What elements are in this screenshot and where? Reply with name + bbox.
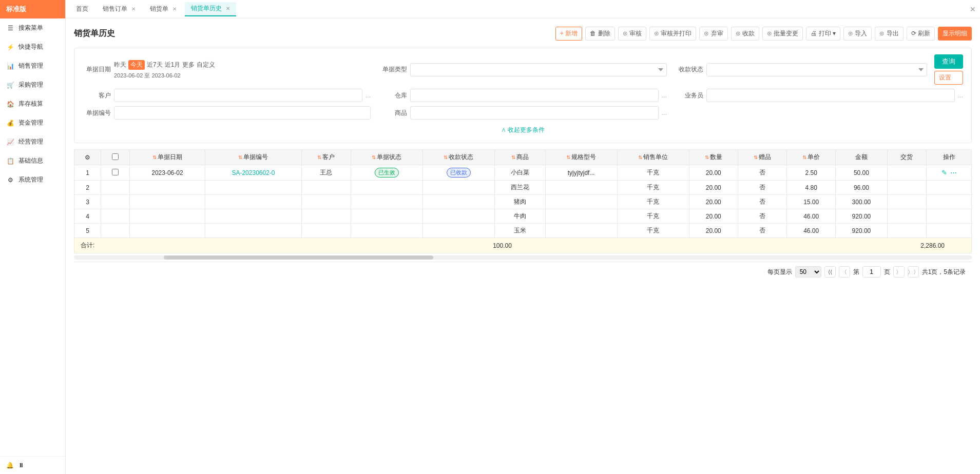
notification-icon[interactable]: 🔔 xyxy=(6,462,14,469)
show-detail-button[interactable]: 显示明细 xyxy=(938,27,972,41)
warehouse-picker[interactable]: ... xyxy=(662,92,667,99)
next-page-button[interactable]: 〉 xyxy=(893,266,905,278)
customer-picker[interactable]: ... xyxy=(366,92,371,99)
col-goods[interactable]: ⇅商品 xyxy=(494,150,545,165)
col-amount: 金额 xyxy=(836,150,887,165)
sidebar-item-label: 经营管理 xyxy=(18,137,43,146)
refresh-button[interactable]: ⟳ 刷新 xyxy=(907,27,935,41)
sidebar-item-purchase-mgmt[interactable]: 🛒 采购管理 xyxy=(0,75,65,94)
shortcut-custom[interactable]: 自定义 xyxy=(197,61,215,69)
sidebar-item-quick-nav[interactable]: ⚡ 快捷导航 xyxy=(0,37,65,56)
col-unit-price[interactable]: ⇅单价 xyxy=(787,150,836,165)
cell-pay-status xyxy=(422,195,494,209)
prev-page-button[interactable]: 〈 xyxy=(839,266,850,278)
doc-type-select[interactable] xyxy=(410,63,667,76)
batch-change-button[interactable]: ⊙ 批量变更 xyxy=(762,27,803,41)
tab-home[interactable]: 首页 xyxy=(70,2,94,16)
shortcut-today[interactable]: 今天 xyxy=(128,60,145,70)
cell-customer xyxy=(302,209,351,224)
horizontal-scrollbar[interactable] xyxy=(74,255,972,260)
doc-num-link[interactable]: SA-20230602-0 xyxy=(232,169,275,176)
col-spec[interactable]: ⇅规格型号 xyxy=(545,150,617,165)
warehouse-input[interactable] xyxy=(410,89,659,102)
cell-amount: 920.00 xyxy=(836,224,887,238)
more-icon[interactable]: ⋯ xyxy=(950,169,957,176)
goods-input[interactable] xyxy=(410,106,659,120)
audit-print-button[interactable]: ⊙ 审核并打印 xyxy=(649,27,696,41)
cell-amount: 96.00 xyxy=(836,181,887,195)
cell-qty: 20.00 xyxy=(689,195,738,209)
sidebar: 标准版 ☰ 搜索菜单 ⚡ 快捷导航 📊 销售管理 🛒 采购管理 🏠 库存核算 💰… xyxy=(0,0,66,474)
tab-sales-goods[interactable]: 销货单 ✕ xyxy=(144,2,183,16)
col-unit[interactable]: ⇅销售单位 xyxy=(617,150,689,165)
col-gift[interactable]: ⇅赠品 xyxy=(738,150,786,165)
col-settings[interactable]: ⚙ xyxy=(74,150,101,165)
sidebar-item-inventory[interactable]: 🏠 库存核算 xyxy=(0,94,65,113)
doc-num-input[interactable] xyxy=(114,106,371,120)
settings-button[interactable]: 设置 xyxy=(934,71,963,85)
sidebar-item-label: 采购管理 xyxy=(18,81,43,89)
sidebar-item-basic-info[interactable]: 📋 基础信息 xyxy=(0,151,65,170)
salesperson-input[interactable] xyxy=(706,89,955,102)
shortcut-1month[interactable]: 近1月 xyxy=(165,61,181,69)
col-doc-num[interactable]: ⇅单据编号 xyxy=(205,150,302,165)
tab-bar-close-all[interactable]: ✕ xyxy=(970,5,976,13)
cell-unit: 千克 xyxy=(617,195,689,209)
customer-input[interactable] xyxy=(114,89,362,102)
scrollbar-thumb[interactable] xyxy=(164,255,433,260)
sidebar-item-finance[interactable]: 💰 资金管理 xyxy=(0,113,65,132)
query-button[interactable]: 查询 xyxy=(934,54,963,69)
payment-status-select[interactable] xyxy=(706,63,927,76)
col-qty[interactable]: ⇅数量 xyxy=(689,150,738,165)
export-button[interactable]: ⊙ 导出 xyxy=(875,27,903,41)
abandon-button[interactable]: ⊙ 弃审 xyxy=(699,27,727,41)
import-button[interactable]: ⊙ 导入 xyxy=(843,27,872,41)
edit-icon[interactable]: ✎ xyxy=(941,169,947,176)
collect-button[interactable]: ⊙ 收款 xyxy=(731,27,759,41)
cell-amount: 300.00 xyxy=(836,195,887,209)
cell-doc-status: 已生效 xyxy=(351,165,422,181)
cell-gift: 否 xyxy=(738,209,786,224)
sidebar-item-label: 快捷导航 xyxy=(18,43,43,51)
print-button[interactable]: 🖨 打印 ▾ xyxy=(806,27,840,41)
current-page-input[interactable] xyxy=(862,266,881,278)
tab-sales-history[interactable]: 销货单历史 ✕ xyxy=(185,2,236,16)
shortcut-more[interactable]: 更多 xyxy=(182,61,195,69)
last-page-button[interactable]: 〉〉 xyxy=(908,266,919,278)
goods-picker[interactable]: ... xyxy=(662,109,667,116)
col-pay-status[interactable]: ⇅收款状态 xyxy=(422,150,494,165)
first-page-button[interactable]: ⟨⟨ xyxy=(824,266,836,278)
add-button[interactable]: + 新增 xyxy=(555,27,582,41)
sidebar-item-operations[interactable]: 📈 经营管理 xyxy=(0,132,65,151)
filter-customer: 客户 ... xyxy=(83,89,371,102)
salesperson-picker[interactable]: ... xyxy=(958,92,963,99)
shortcut-yesterday[interactable]: 昨天 xyxy=(114,61,126,69)
audit-button[interactable]: ⊙ 审核 xyxy=(618,27,646,41)
col-customer[interactable]: ⇅客户 xyxy=(302,150,351,165)
shortcut-7days[interactable]: 近7天 xyxy=(147,61,163,69)
collapse-row[interactable]: ∧ 收起更多条件 xyxy=(83,124,963,136)
tab-close-sales-order[interactable]: ✕ xyxy=(131,6,136,12)
pause-icon[interactable]: ⏸ xyxy=(18,462,24,469)
cell-doc-status xyxy=(351,209,422,224)
cell-row-num: 5 xyxy=(74,224,101,238)
col-doc-status[interactable]: ⇅单据状态 xyxy=(351,150,422,165)
sidebar-item-system-mgmt[interactable]: ⚙ 系统管理 xyxy=(0,170,65,189)
select-all-checkbox[interactable] xyxy=(112,153,119,160)
filter-row-1: 单据日期 昨天 今天 近7天 近1月 更多 自定义 2023-06-02 至 2… xyxy=(83,54,963,85)
footer-total-amount: 2,286.00 xyxy=(883,242,945,249)
page-container: 销货单历史 + 新增 🗑 删除 ⊙ 审核 ⊙ 审核并打印 ⊙ 弃审 ⊙ 收款 ⊙… xyxy=(66,18,980,474)
page-size-select[interactable]: 50 100 xyxy=(795,266,821,278)
sidebar-item-sales-mgmt[interactable]: 📊 销售管理 xyxy=(0,56,65,75)
col-date[interactable]: ⇅单据日期 xyxy=(130,150,205,165)
sidebar-item-search-menu[interactable]: ☰ 搜索菜单 xyxy=(0,18,65,37)
delete-button[interactable]: 🗑 删除 xyxy=(585,27,614,41)
tab-close-sales-history[interactable]: ✕ xyxy=(226,6,230,11)
tab-close-sales-goods[interactable]: ✕ xyxy=(172,6,177,12)
cell-operation xyxy=(927,195,972,209)
cell-unit-price: 4.80 xyxy=(787,181,836,195)
row-checkbox[interactable] xyxy=(112,169,119,175)
sidebar-item-label: 库存核算 xyxy=(18,100,43,108)
page-size-label: 每页显示 xyxy=(767,268,792,276)
tab-sales-order[interactable]: 销售订单 ✕ xyxy=(97,2,142,16)
